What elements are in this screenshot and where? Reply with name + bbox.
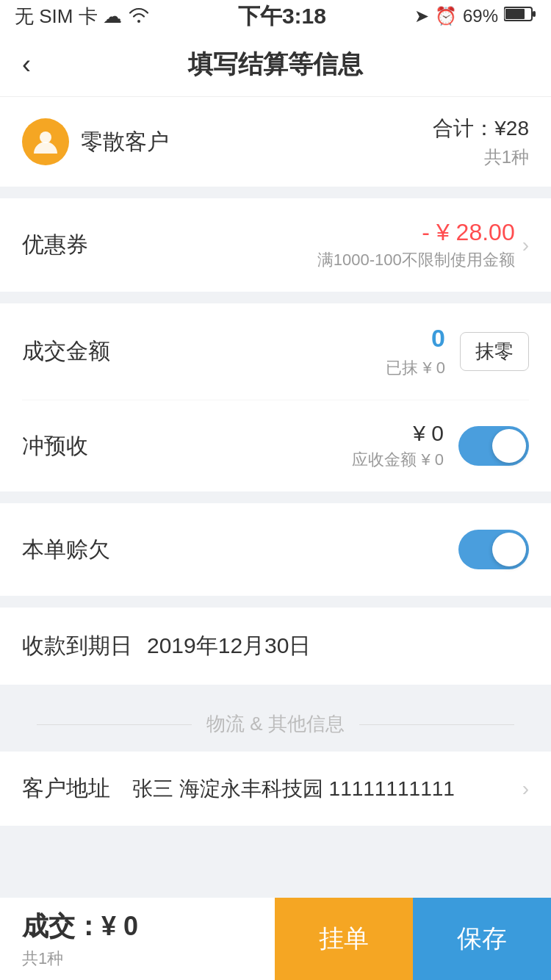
debt-toggle[interactable] bbox=[458, 530, 529, 569]
customer-left: 零散客户 bbox=[22, 118, 169, 165]
round-zero-button[interactable]: 抹零 bbox=[460, 332, 529, 371]
address-chevron-icon: › bbox=[522, 777, 529, 801]
bottom-bar: 成交：¥ 0 共1种 挂单 保存 bbox=[0, 898, 551, 980]
pre-receive-value: ¥ 0 bbox=[352, 421, 444, 446]
debt-section: 本单赊欠 bbox=[0, 503, 551, 596]
debt-toggle-knob bbox=[492, 533, 526, 566]
address-row: 客户地址 张三 海淀永丰科技园 11111111111 › bbox=[22, 774, 529, 804]
customer-name: 零散客户 bbox=[81, 127, 169, 157]
status-right: ➤ ⏰ 69% bbox=[414, 6, 536, 26]
address-section[interactable]: 客户地址 张三 海淀永丰科技园 11111111111 › bbox=[0, 752, 551, 826]
page-title: 填写结算等信息 bbox=[188, 48, 363, 82]
deal-amount-row: 成交金额 0 已抹 ¥ 0 抹零 bbox=[22, 303, 529, 400]
bottom-deal-amount: 成交：¥ 0 bbox=[22, 909, 253, 945]
customer-total: 合计：¥28 bbox=[433, 115, 529, 143]
battery-icon bbox=[504, 6, 536, 26]
deal-amount-value: 0 bbox=[386, 324, 445, 353]
content: 零散客户 合计：¥28 共1种 优惠券 - ¥ 28.00 满1000-100不… bbox=[0, 97, 551, 926]
coupon-right: - ¥ 28.00 满1000-100不限制使用金额 › bbox=[317, 219, 529, 271]
bottom-count: 共1种 bbox=[22, 948, 253, 970]
coupon-section[interactable]: 优惠券 - ¥ 28.00 满1000-100不限制使用金额 › bbox=[0, 198, 551, 292]
pre-receive-right: ¥ 0 应收金额 ¥ 0 bbox=[352, 421, 529, 471]
logistics-divider-text: 物流 & 其他信息 bbox=[192, 713, 359, 735]
deal-amount-label: 成交金额 bbox=[22, 336, 110, 367]
debt-label: 本单赊欠 bbox=[22, 535, 110, 565]
pre-receive-sub: 应收金额 ¥ 0 bbox=[352, 449, 444, 471]
due-date-value: 2019年12月30日 bbox=[147, 631, 311, 661]
coupon-label: 优惠券 bbox=[22, 230, 88, 260]
pre-receive-label: 冲预收 bbox=[22, 431, 88, 461]
battery-text: 69% bbox=[463, 6, 498, 26]
status-time: 下午3:18 bbox=[238, 1, 326, 32]
bottom-deal-label: 成交： bbox=[22, 911, 101, 941]
coupon-chevron-icon: › bbox=[522, 234, 529, 257]
status-bar: 无 SIM 卡 ☁ 下午3:18 ➤ ⏰ 69% bbox=[0, 0, 551, 32]
wifi-icon bbox=[128, 5, 150, 28]
customer-right: 合计：¥28 共1种 bbox=[433, 115, 529, 169]
customer-count: 共1种 bbox=[433, 145, 529, 169]
svg-point-3 bbox=[40, 131, 51, 143]
customer-avatar bbox=[22, 118, 69, 165]
logistics-divider: 物流 & 其他信息 bbox=[0, 696, 551, 752]
bottom-deal-value: ¥ 0 bbox=[101, 911, 138, 941]
due-date-label: 收款到期日 bbox=[22, 631, 132, 661]
deal-section: 成交金额 0 已抹 ¥ 0 抹零 冲预收 ¥ 0 应收金额 ¥ 0 bbox=[0, 303, 551, 491]
no-sim-text: 无 SIM 卡 ☁ bbox=[15, 4, 122, 29]
address-label: 客户地址 bbox=[22, 774, 110, 804]
coupon-discount: - ¥ 28.00 bbox=[317, 219, 515, 246]
deal-amount-right: 0 已抹 ¥ 0 抹零 bbox=[386, 324, 529, 379]
debt-row: 本单赊欠 bbox=[22, 503, 529, 596]
due-date-section: 收款到期日 2019年12月30日 bbox=[0, 608, 551, 685]
toggle-knob bbox=[492, 429, 526, 463]
address-value: 张三 海淀永丰科技园 11111111111 bbox=[132, 775, 522, 803]
back-button[interactable]: ‹ bbox=[22, 49, 31, 80]
svg-rect-1 bbox=[505, 9, 525, 19]
pre-receive-toggle[interactable] bbox=[458, 426, 529, 466]
nav-bar: ‹ 填写结算等信息 bbox=[0, 32, 551, 97]
alarm-icon: ⏰ bbox=[435, 6, 457, 26]
pre-receive-row: 冲预收 ¥ 0 应收金额 ¥ 0 bbox=[22, 400, 529, 491]
hang-button[interactable]: 挂单 bbox=[275, 898, 413, 980]
customer-section: 零散客户 合计：¥28 共1种 bbox=[0, 97, 551, 187]
location-icon: ➤ bbox=[414, 6, 429, 26]
deal-amount-sub: 已抹 ¥ 0 bbox=[386, 357, 445, 379]
bottom-info: 成交：¥ 0 共1种 bbox=[0, 909, 275, 970]
save-button[interactable]: 保存 bbox=[413, 898, 551, 980]
svg-rect-2 bbox=[533, 11, 536, 17]
coupon-description: 满1000-100不限制使用金额 bbox=[317, 249, 515, 271]
status-left: 无 SIM 卡 ☁ bbox=[15, 4, 150, 29]
